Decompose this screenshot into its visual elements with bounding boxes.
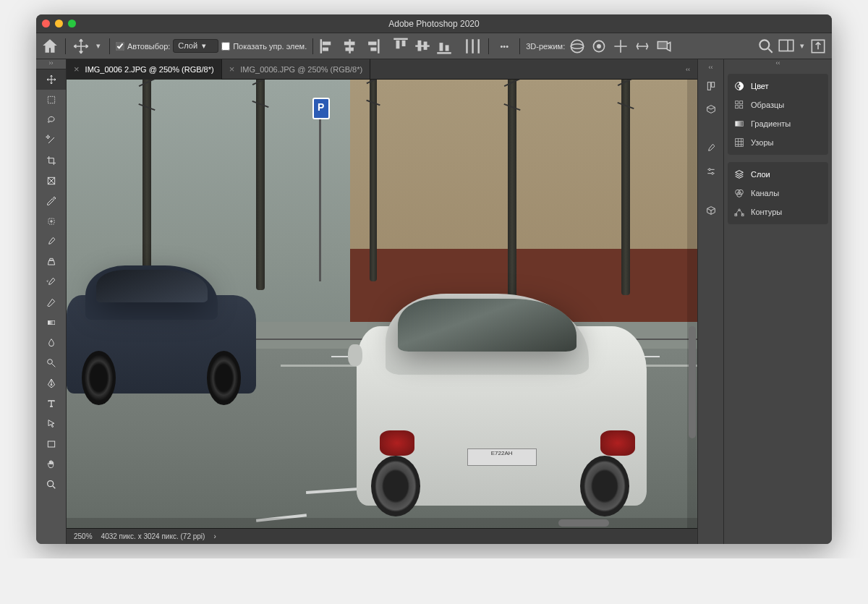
blur-tool[interactable]: [36, 333, 66, 353]
marquee-tool[interactable]: [36, 90, 66, 110]
status-more-icon[interactable]: ›: [213, 532, 216, 540]
svg-rect-20: [478, 39, 480, 54]
panel-label: Слои: [751, 170, 770, 179]
align-right-icon[interactable]: [362, 37, 381, 56]
panel-label: Контуры: [751, 208, 782, 216]
layer-group-select[interactable]: Слой ▾: [173, 39, 218, 53]
healing-brush-tool[interactable]: [36, 211, 66, 231]
swatches-panel[interactable]: Образцы: [728, 95, 828, 114]
show-transform-checkbox[interactable]: Показать упр. элем.: [221, 42, 307, 51]
3d-zoom-icon[interactable]: [655, 37, 673, 56]
svg-rect-43: [736, 101, 739, 104]
svg-rect-46: [740, 106, 743, 109]
crop-tool[interactable]: [36, 150, 66, 171]
svg-rect-45: [736, 106, 739, 109]
svg-rect-37: [707, 82, 710, 90]
svg-rect-11: [402, 40, 406, 46]
lasso-tool[interactable]: [36, 110, 66, 130]
document-dimensions[interactable]: 4032 пикс. x 3024 пикс. (72 ppi): [101, 532, 205, 540]
svg-rect-4: [344, 41, 355, 45]
minimize-button[interactable]: [55, 20, 63, 27]
move-tool[interactable]: [36, 69, 66, 90]
zoom-level[interactable]: 250%: [74, 532, 93, 540]
panel-label: Образцы: [751, 101, 784, 109]
color-icon: [733, 80, 745, 92]
align-left-icon[interactable]: [319, 37, 338, 56]
paths-panel[interactable]: Контуры: [728, 203, 828, 221]
more-options-icon[interactable]: •••: [495, 37, 514, 56]
horizontal-scrollbar[interactable]: [67, 518, 697, 528]
svg-point-25: [760, 40, 769, 49]
panel-label: Градиенты: [751, 119, 791, 128]
svg-point-33: [47, 360, 52, 365]
svg-point-21: [571, 40, 584, 52]
document-tabs: × IMG_0006 2.JPG @ 250% (RGB/8*) × IMG_0…: [67, 59, 697, 80]
tool-preset-dropdown[interactable]: ▾: [93, 37, 103, 56]
zoom-tool[interactable]: [36, 475, 66, 495]
show-transform-input[interactable]: [221, 42, 230, 51]
align-hcenter-icon[interactable]: [341, 37, 359, 56]
distribute-icon[interactable]: [464, 37, 482, 56]
svg-rect-28: [48, 96, 54, 103]
brush-settings-panel-icon[interactable]: [701, 137, 720, 159]
document-tab-active[interactable]: × IMG_0006 2.JPG @ 250% (RGB/8*): [67, 59, 222, 80]
maximize-button[interactable]: [68, 20, 76, 27]
align-bottom-icon[interactable]: [435, 37, 454, 56]
path-selection-tool[interactable]: [36, 414, 66, 434]
strip-expand-icon[interactable]: ‹‹: [698, 64, 723, 74]
workspace-icon[interactable]: [777, 37, 796, 56]
3d-slide-icon[interactable]: [633, 37, 652, 56]
tabs-collapse-icon[interactable]: ‹‹: [683, 66, 693, 73]
close-button[interactable]: [42, 20, 50, 27]
type-tool[interactable]: [36, 394, 66, 414]
layers-panel[interactable]: Слои: [728, 165, 828, 184]
clone-stamp-tool[interactable]: [36, 252, 66, 272]
auto-select-checkbox[interactable]: Автовыбор:: [116, 42, 170, 51]
properties-panel-icon[interactable]: [701, 75, 720, 97]
svg-rect-15: [437, 52, 451, 54]
channels-icon: [733, 187, 745, 199]
workspace-dropdown[interactable]: ▾: [797, 37, 807, 56]
hand-tool[interactable]: [36, 454, 66, 475]
align-top-icon[interactable]: [391, 37, 410, 56]
magic-wand-tool[interactable]: [36, 130, 66, 150]
svg-rect-5: [346, 47, 354, 51]
panels-expand-icon[interactable]: ‹‹: [724, 59, 832, 69]
brush-tool[interactable]: [36, 231, 66, 252]
document-tab[interactable]: × IMG_0006.JPG @ 250% (RGB/8*): [222, 59, 371, 80]
history-brush-tool[interactable]: [36, 272, 66, 292]
dodge-tool[interactable]: [36, 353, 66, 373]
photo-content: E722AH: [67, 80, 697, 528]
align-vcenter-icon[interactable]: [413, 37, 432, 56]
3d-pan-icon[interactable]: [611, 37, 630, 56]
patterns-panel[interactable]: Узоры: [728, 133, 828, 152]
gradients-panel[interactable]: Градиенты: [728, 114, 828, 133]
adjustments-panel-icon[interactable]: [701, 161, 720, 182]
3d-panel-icon[interactable]: [701, 200, 720, 221]
canvas-viewport[interactable]: E722AH: [67, 80, 697, 528]
auto-select-input[interactable]: [116, 42, 124, 51]
eraser-tool[interactable]: [36, 292, 66, 312]
close-tab-icon[interactable]: ×: [229, 64, 235, 75]
tools-expand-icon[interactable]: ››: [36, 59, 66, 69]
share-icon[interactable]: [809, 37, 827, 56]
svg-rect-16: [440, 43, 443, 51]
vertical-scrollbar[interactable]: [687, 80, 697, 528]
channels-panel[interactable]: Каналы: [728, 184, 828, 203]
svg-rect-18: [466, 39, 467, 54]
3d-orbit-icon[interactable]: [568, 37, 587, 56]
frame-tool[interactable]: [36, 171, 66, 191]
svg-point-42: [738, 85, 741, 88]
pen-tool[interactable]: [36, 373, 66, 394]
home-button[interactable]: [41, 37, 59, 56]
move-tool-icon[interactable]: [72, 37, 90, 56]
gradient-tool[interactable]: [36, 312, 66, 333]
eyedropper-tool[interactable]: [36, 191, 66, 211]
libraries-panel-icon[interactable]: [701, 98, 720, 120]
3d-roll-icon[interactable]: [590, 37, 608, 56]
color-panel[interactable]: Цвет: [728, 77, 828, 95]
paths-icon: [733, 206, 745, 218]
rectangle-tool[interactable]: [36, 434, 66, 454]
search-icon[interactable]: [757, 37, 775, 56]
close-tab-icon[interactable]: ×: [74, 64, 80, 75]
